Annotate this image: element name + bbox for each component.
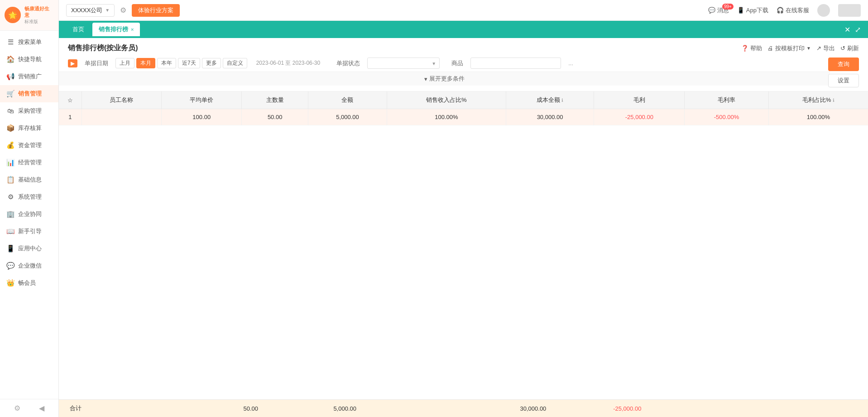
sidebar-item-label: 采购管理 xyxy=(18,107,42,115)
status-select[interactable] xyxy=(367,58,440,69)
cell-name xyxy=(82,109,162,125)
sidebar-item-marketing[interactable]: 📢 营销推广 xyxy=(0,68,58,85)
col-name: 员工名称 xyxy=(82,91,162,109)
window-close-icon[interactable]: ✕ xyxy=(844,25,850,34)
export-button[interactable]: ↗ 导出 xyxy=(816,44,835,53)
sidebar-logo: 🌟 畅康通好生意 标准版 xyxy=(0,0,58,31)
query-button[interactable]: 查询 xyxy=(828,58,859,71)
sidebar-item-enterprise[interactable]: 🏢 企业协同 xyxy=(0,206,58,223)
export-label: 导出 xyxy=(823,44,835,53)
col-sales-pct: 销售收入占比% xyxy=(387,91,506,109)
message-group[interactable]: 💬 消息 99+ xyxy=(708,6,729,14)
date-btn-this-month[interactable]: 本月 xyxy=(136,58,155,68)
date-btn-custom[interactable]: 自定义 xyxy=(223,58,247,68)
headset-icon: 🎧 xyxy=(777,7,784,14)
filter-row-1: ▶ 单据日期 上月 本月 本年 近7天 更多 自定义 2023-06-01 至 … xyxy=(68,58,821,69)
refresh-button[interactable]: ↺ 刷新 xyxy=(840,44,859,53)
sidebar-item-purchase[interactable]: 🛍 采购管理 xyxy=(0,102,58,120)
header-settings-icon[interactable]: ⚙ xyxy=(120,6,126,14)
date-btn-last-month[interactable]: 上月 xyxy=(115,58,134,68)
avatar[interactable] xyxy=(817,4,830,17)
col-cost: 成本全额 ℹ xyxy=(506,91,594,109)
table-body: 1 100.00 50.00 5,000.00 100.00% 30,000.0… xyxy=(59,109,868,125)
company-selector[interactable]: XXXXX公司 ▼ xyxy=(66,4,115,17)
sidebar-item-wechat[interactable]: 💬 企业微信 xyxy=(0,257,58,274)
expand-down-icon: ▾ xyxy=(424,76,427,82)
cell-margin: -500.00% xyxy=(685,109,768,125)
message-icon: 💬 xyxy=(708,7,715,14)
member-icon: 👑 xyxy=(6,279,14,287)
collapse-icon[interactable]: ◀ xyxy=(39,404,44,412)
sidebar-item-appstore[interactable]: 📱 应用中心 xyxy=(0,240,58,257)
more-options-btn[interactable]: ... xyxy=(568,60,573,67)
profit-pct-help-icon: ℹ xyxy=(833,98,834,103)
tab-sales-rank[interactable]: 销售排行榜 × xyxy=(92,23,140,36)
goods-input[interactable] xyxy=(470,58,561,69)
logo-icon: 🌟 xyxy=(5,7,21,23)
online-service-label: 在线客服 xyxy=(786,6,809,14)
wechat-icon: 💬 xyxy=(6,262,14,270)
sidebar-item-inventory[interactable]: 📦 库存核算 xyxy=(0,120,58,137)
expand-section: ▾ 展开更多条件 xyxy=(59,72,830,86)
sidebar-item-sales[interactable]: 🛒 销售管理 xyxy=(0,85,58,102)
table-footer: 合计 50.00 5,000.00 30,000.00 -25,000.00 xyxy=(59,399,868,417)
help-button[interactable]: ❓ 帮助 xyxy=(741,44,762,53)
sidebar-item-label: 企业微信 xyxy=(18,262,42,270)
footer-label: 合计 xyxy=(64,404,110,412)
chevron-down-icon: ▼ xyxy=(105,8,110,13)
app-download-label: App下载 xyxy=(746,6,768,14)
col-margin: 毛利率 xyxy=(685,91,768,109)
footer-cost: 30,000.00 xyxy=(486,405,580,412)
help-icon: ❓ xyxy=(741,45,748,52)
sidebar-item-label: 库存核算 xyxy=(18,124,42,132)
action-buttons: 查询 设置 xyxy=(828,58,859,87)
tab-bar-right: ✕ ⤢ xyxy=(844,25,861,34)
help-label: 帮助 xyxy=(750,44,762,53)
cell-rank: 1 xyxy=(59,109,82,125)
sidebar-item-label: 应用中心 xyxy=(18,244,42,253)
table-area: ☆ 员工名称 平均单价 主数量 全额 xyxy=(59,91,868,399)
table-row: 1 100.00 50.00 5,000.00 100.00% 30,000.0… xyxy=(59,109,868,125)
system-icon: ⚙ xyxy=(6,193,14,201)
search-menu-icon: ☰ xyxy=(6,38,14,46)
date-btn-more[interactable]: 更多 xyxy=(202,58,221,68)
sidebar-item-shortcut[interactable]: 🏠 快捷导航 xyxy=(0,51,58,68)
online-service-group[interactable]: 🎧 在线客服 xyxy=(777,6,809,14)
date-btn-7days[interactable]: 近7天 xyxy=(178,58,200,68)
sidebar-item-label: 基础信息 xyxy=(18,176,42,184)
tab-home[interactable]: 首页 xyxy=(66,23,91,36)
sidebar-item-finance[interactable]: 💰 资金管理 xyxy=(0,137,58,154)
sidebar-item-newbie[interactable]: 📖 新手引导 xyxy=(0,223,58,240)
sidebar-item-label: 新手引导 xyxy=(18,227,42,235)
user-name-area xyxy=(838,4,861,17)
col-avg-price: 平均单价 xyxy=(162,91,242,109)
expand-conditions-btn[interactable]: ▾ 展开更多条件 xyxy=(424,75,465,83)
page-title-row: 销售排行榜(按业务员) ❓ 帮助 🖨 按模板打印 ▼ ↗ xyxy=(68,43,859,53)
print-button[interactable]: 🖨 按模板打印 ▼ xyxy=(767,44,811,53)
sidebar-item-operations[interactable]: 📊 经营管理 xyxy=(0,154,58,171)
settings-bottom-icon[interactable]: ⚙ xyxy=(14,404,20,412)
window-expand-icon[interactable]: ⤢ xyxy=(855,25,861,34)
inventory-icon: 📦 xyxy=(6,124,14,132)
sidebar-item-label: 营销推广 xyxy=(18,72,42,81)
sidebar-nav: ☰ 搜索菜单 🏠 快捷导航 📢 营销推广 🛒 销售管理 🛍 采购管理 📦 库存核… xyxy=(0,31,58,399)
goods-filter-label: 商品 xyxy=(451,59,463,67)
settings-button[interactable]: 设置 xyxy=(828,74,859,87)
sidebar-item-label: 畅会员 xyxy=(18,279,36,287)
tab-home-label: 首页 xyxy=(72,25,84,34)
sidebar-item-system[interactable]: ⚙ 系统管理 xyxy=(0,188,58,206)
finance-icon: 💰 xyxy=(6,141,14,149)
sidebar-item-member[interactable]: 👑 畅会员 xyxy=(0,274,58,292)
company-name: XXXXX公司 xyxy=(71,6,102,14)
sidebar-item-search[interactable]: ☰ 搜索菜单 xyxy=(0,34,58,51)
sidebar-item-basics[interactable]: 📋 基础信息 xyxy=(0,171,58,188)
tab-close-icon[interactable]: × xyxy=(131,27,134,32)
date-btn-this-year[interactable]: 本年 xyxy=(157,58,176,68)
sidebar: 🌟 畅康通好生意 标准版 ☰ 搜索菜单 🏠 快捷导航 📢 营销推广 🛒 销售管理… xyxy=(0,0,59,417)
sidebar-item-label: 销售管理 xyxy=(18,90,42,98)
col-amount: 全额 xyxy=(308,91,387,109)
trial-button[interactable]: 体验行业方案 xyxy=(132,4,180,17)
app-download-group[interactable]: 📱 App下载 xyxy=(737,6,768,14)
sidebar-item-label: 快捷导航 xyxy=(18,55,42,63)
filter-expand-arrow[interactable]: ▶ xyxy=(68,59,77,67)
